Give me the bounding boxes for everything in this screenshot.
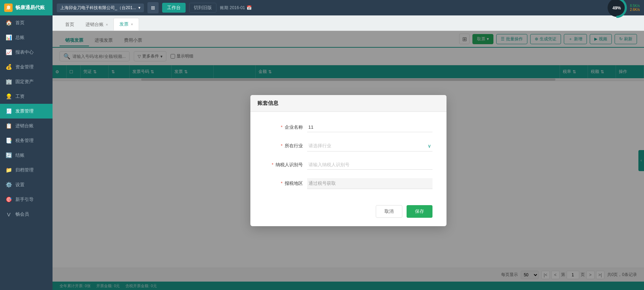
sidebar-icon-7: 📋 xyxy=(6,123,12,129)
sidebar-label-13: 畅会员 xyxy=(15,211,29,217)
sidebar-label-12: 新手引导 xyxy=(15,196,34,203)
sidebar-item-10[interactable]: 📁 归档管理 xyxy=(0,163,53,177)
cancel-button[interactable]: 取消 xyxy=(376,205,402,218)
form-label-taxregion: * 报税地区 xyxy=(264,180,303,187)
tab-home-label: 首页 xyxy=(65,21,74,28)
industry-placeholder: 请选择行业 xyxy=(309,143,428,149)
sidebar-icon-9: 🔄 xyxy=(6,152,12,159)
workbench-button[interactable]: 工作台 xyxy=(162,3,186,13)
company-dropdown-icon: ▾ xyxy=(138,5,140,10)
sidebar-item-5[interactable]: 👷 工资 xyxy=(0,89,53,104)
dialog-header: 账套信息 xyxy=(250,95,446,112)
company-name-input[interactable] xyxy=(307,122,432,132)
tab-invoices-label: 发票 xyxy=(119,21,129,27)
sidebar-item-2[interactable]: 📈 报表中心 xyxy=(0,45,53,60)
sidebar-item-13[interactable]: V 畅会员 xyxy=(0,207,53,222)
dialog-body: * 企业名称 * 所在行业 请选择行业 ∨ xyxy=(250,112,446,200)
app-logo-icon: 康 xyxy=(4,4,13,12)
sidebar-label-0: 首页 xyxy=(15,20,25,26)
form-row-taxid: * 纳税人识别号 xyxy=(264,160,432,170)
sidebar-icon-8: 📑 xyxy=(6,137,12,144)
sidebar-item-11[interactable]: ⚙️ 设置 xyxy=(0,177,53,192)
tabbar: 首页 进销台账 × 发票 × xyxy=(53,15,644,31)
company-name: 上海卯金刀电子科技有限公司_（台201... xyxy=(60,5,136,11)
required-star-taxid: * xyxy=(272,162,273,167)
speed-percent: 49% xyxy=(612,6,621,11)
industry-dropdown-icon: ∨ xyxy=(428,143,431,149)
required-star-company: * xyxy=(281,124,283,130)
sidebar-label-4: 固定资产 xyxy=(15,79,34,85)
form-row-taxregion: * 报税地区 通过税号获取 xyxy=(264,178,432,189)
tab-invoices-close[interactable]: × xyxy=(131,22,133,26)
sidebar-item-4[interactable]: 🏢 固定资产 xyxy=(0,74,53,89)
sidebar-item-0[interactable]: 🏠 首页 xyxy=(0,15,53,30)
sidebar-item-12[interactable]: 🎯 新手引导 xyxy=(0,192,53,207)
form-row-company: * 企业名称 xyxy=(264,122,432,132)
speed-down: 2.6K/s xyxy=(630,8,640,12)
sidebar-item-3[interactable]: 💰 资金管理 xyxy=(0,60,53,74)
sidebar-item-7[interactable]: 📋 进销台账 xyxy=(0,119,53,133)
tab-purchases-label: 进销台账 xyxy=(85,21,104,28)
main-area: 上海卯金刀电子科技有限公司_（台201... ▾ ⊞ 工作台 切到旧版 账期 2… xyxy=(53,0,644,290)
sidebar-icon-3: 💰 xyxy=(6,64,12,70)
sidebar-label-11: 设置 xyxy=(15,182,25,188)
sidebar-item-6[interactable]: 🧾 发票管理 xyxy=(0,104,53,119)
sidebar-label-5: 工资 xyxy=(15,93,25,100)
sidebar-label-7: 进销台账 xyxy=(15,123,34,129)
sidebar-icon-4: 🏢 xyxy=(6,79,12,85)
period-label: 账期 xyxy=(220,5,228,11)
taxregion-label-text: 报税地区 xyxy=(285,181,303,186)
content-area: 销项发票 进项发票 费用小票 ⊞ 取票 ▾ ☰ 批量操作 ⊕ xyxy=(53,31,644,290)
sidebar-label-3: 资金管理 xyxy=(15,64,34,70)
sidebar-label-9: 结账 xyxy=(15,152,25,159)
calendar-icon[interactable]: 📅 xyxy=(247,5,252,10)
save-button[interactable]: 保存 xyxy=(407,205,432,218)
sidebar-icon-1: 📊 xyxy=(6,34,12,41)
sidebar-label-6: 发票管理 xyxy=(15,108,34,114)
speed-up: 8.5K/s xyxy=(630,4,640,8)
industry-select[interactable]: 请选择行业 ∨ xyxy=(307,141,432,151)
industry-label-text: 所在行业 xyxy=(285,143,303,148)
switch-old-button[interactable]: 切到旧版 xyxy=(189,3,216,13)
sidebar-item-8[interactable]: 📑 税务管理 xyxy=(0,133,53,148)
dialog-footer: 取消 保存 xyxy=(250,200,446,226)
form-label-company: * 企业名称 xyxy=(264,124,303,130)
form-label-taxid: * 纳税人识别号 xyxy=(264,162,303,168)
sidebar-item-1[interactable]: 📊 总账 xyxy=(0,30,53,45)
tab-home[interactable]: 首页 xyxy=(60,19,80,31)
app-title: 畅康通易代账 xyxy=(15,5,45,11)
taxid-input[interactable] xyxy=(307,160,432,170)
sidebar-item-9[interactable]: 🔄 结账 xyxy=(0,148,53,163)
required-star-industry: * xyxy=(281,143,283,148)
sidebar-icon-6: 🧾 xyxy=(6,108,12,114)
sidebar-icon-12: 🎯 xyxy=(6,196,12,203)
dialog: 账套信息 * 企业名称 * 所在行业 xyxy=(250,95,446,226)
sidebar-icon-2: 📈 xyxy=(6,49,12,55)
tab-purchases[interactable]: 进销台账 × xyxy=(80,19,113,31)
sidebar-label-1: 总账 xyxy=(15,34,25,41)
modal-overlay: 账套信息 * 企业名称 * 所在行业 xyxy=(53,31,644,290)
topbar: 上海卯金刀电子科技有限公司_（台201... ▾ ⊞ 工作台 切到旧版 账期 2… xyxy=(53,0,644,15)
form-label-industry: * 所在行业 xyxy=(264,143,303,149)
dialog-title: 账套信息 xyxy=(257,100,278,106)
sidebar-header: 康 畅康通易代账 xyxy=(0,0,53,15)
sidebar-label-2: 报表中心 xyxy=(15,49,34,55)
required-star-taxregion: * xyxy=(281,181,283,186)
sidebar-icon-11: ⚙️ xyxy=(6,182,12,188)
sidebar-icon-10: 📁 xyxy=(6,167,12,173)
sidebar-label-8: 税务管理 xyxy=(15,137,34,144)
taxid-label-text: 纳税人识别号 xyxy=(276,162,303,167)
sidebar-icon-5: 👷 xyxy=(6,93,12,100)
period-info: 账期 2016-01 📅 xyxy=(220,5,252,11)
company-selector[interactable]: 上海卯金刀电子科技有限公司_（台201... ▾ xyxy=(57,4,144,12)
speed-stats: 8.5K/s 2.6K/s xyxy=(630,4,640,12)
tab-invoices[interactable]: 发票 × xyxy=(113,18,139,31)
sidebar-label-10: 归档管理 xyxy=(15,167,34,173)
copy-icon-btn[interactable]: ⊞ xyxy=(147,2,159,13)
company-label-text: 企业名称 xyxy=(285,124,303,130)
period-value: 2016-01 xyxy=(230,5,245,10)
sidebar: 康 畅康通易代账 🏠 首页 📊 总账 📈 报表中心 💰 资金管理 🏢 固定资产 … xyxy=(0,0,53,290)
tab-purchases-close[interactable]: × xyxy=(106,22,108,27)
taxregion-disabled-input: 通过税号获取 xyxy=(307,178,432,189)
sidebar-icon-13: V xyxy=(6,211,12,217)
